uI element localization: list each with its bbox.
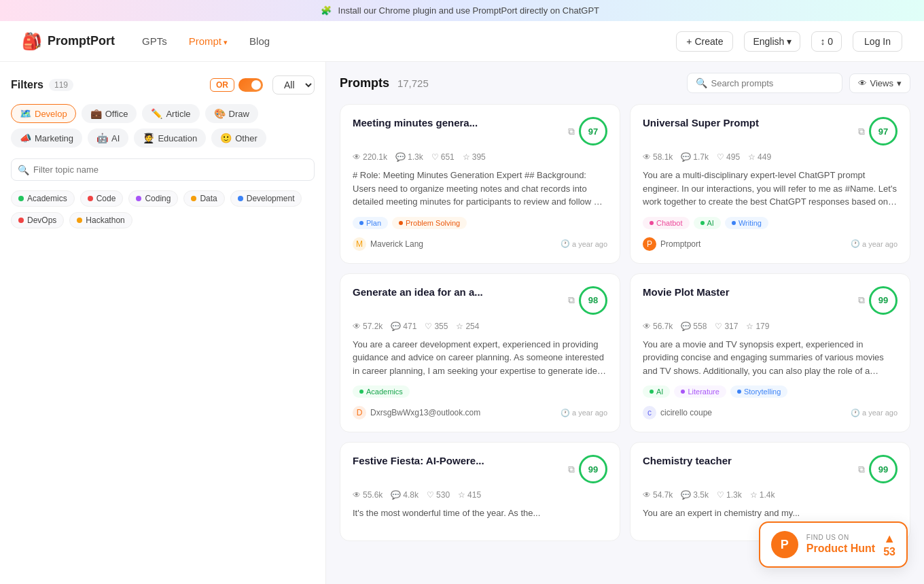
header-right: + Create English ▾ ↕ 0 Log In xyxy=(676,31,902,52)
topic-tag-data[interactable]: Data xyxy=(183,190,224,207)
filters-header: Filters 119 OR All xyxy=(11,75,315,95)
category-pill-marketing[interactable]: 📣 Marketing xyxy=(11,128,82,148)
prompt-card-1[interactable]: Meeting minutes genera... ⧉ 97 👁220.1k 💬… xyxy=(340,104,620,264)
all-select[interactable]: All xyxy=(272,75,315,95)
card-tag-ai[interactable]: AI xyxy=(694,217,721,229)
category-pill-other[interactable]: 🙂 Other xyxy=(211,128,266,148)
card-footer-3: D DxrsgBwWxg13@outlook.com 🕐 a year ago xyxy=(353,406,607,419)
search-icon: 🔍 xyxy=(696,78,707,88)
card-top-3: Generate an idea for an a... ⧉ 98 xyxy=(353,286,607,315)
topic-tag-code[interactable]: Code xyxy=(80,190,124,207)
ph-name: Product Hunt xyxy=(806,542,875,556)
category-pill-office[interactable]: 💼 Office xyxy=(82,104,137,123)
score-badge-5: 99 xyxy=(579,455,607,483)
category-pill-education[interactable]: 🧑‍🎓 Education xyxy=(134,128,206,148)
banner-text: Install our Chrome plugin and use Prompt… xyxy=(338,5,599,16)
views-stat-1: 👁220.1k xyxy=(353,152,387,162)
logo[interactable]: 🎒 PromptPort xyxy=(22,32,115,51)
data-dot xyxy=(191,196,196,201)
prompt-card-5[interactable]: Festive Fiesta: AI-Powere... ⧉ 99 👁55.6k… xyxy=(340,442,620,541)
topic-tag-coding[interactable]: Coding xyxy=(128,190,178,207)
comments-stat-4: 💬558 xyxy=(681,322,707,331)
author-avatar-4: c xyxy=(643,406,656,419)
stars-stat-4: ☆179 xyxy=(746,322,769,331)
nav-blog[interactable]: Blog xyxy=(249,33,270,50)
banner-icon: 🧩 xyxy=(321,5,332,16)
card-tag-academics-3[interactable]: Academics xyxy=(353,385,410,398)
card-footer-2: P Promptport 🕐 a year ago xyxy=(643,237,898,251)
nav-gpts[interactable]: GPTs xyxy=(142,33,167,50)
topic-tags: Academics Code Coding Data Development D… xyxy=(11,190,315,228)
copy-icon-4[interactable]: ⧉ xyxy=(858,294,865,306)
or-toggle: OR All xyxy=(210,75,315,95)
card-title-2: Universal Super Prompt xyxy=(643,117,858,128)
card-tag-storytelling[interactable]: Storytelling xyxy=(730,385,787,398)
card-time-1: 🕐 a year ago xyxy=(561,239,607,248)
ph-score: ▲ 53 xyxy=(883,532,895,558)
notifications-button[interactable]: ↕ 0 xyxy=(811,31,842,52)
or-toggle-switch[interactable] xyxy=(238,78,263,92)
code-dot xyxy=(88,196,93,201)
prompt-card-3[interactable]: Generate an idea for an a... ⧉ 98 👁57.2k… xyxy=(340,273,620,433)
score-badge-6: 99 xyxy=(869,455,898,483)
devops-dot xyxy=(18,218,24,223)
top-banner: 🧩 Install our Chrome plugin and use Prom… xyxy=(0,0,924,21)
card-tag-literature[interactable]: Literature xyxy=(674,385,726,398)
card-tag-problem-solving[interactable]: Problem Solving xyxy=(392,217,467,229)
topic-filter-input[interactable] xyxy=(11,158,315,181)
score-badge-4: 99 xyxy=(869,286,898,315)
lang-arrow-icon: ▾ xyxy=(787,36,792,47)
language-selector[interactable]: English ▾ xyxy=(744,31,800,52)
card-tag-plan[interactable]: Plan xyxy=(353,217,388,229)
topic-tag-development[interactable]: Development xyxy=(230,190,302,207)
card-top-6: Chemistry teacher ⧉ 99 xyxy=(643,455,898,483)
copy-icon-5[interactable]: ⧉ xyxy=(568,464,575,475)
login-button[interactable]: Log In xyxy=(853,31,902,52)
prompts-title-group: Prompts 17,725 xyxy=(340,76,429,90)
likes-stat-5: ♡530 xyxy=(427,490,450,500)
category-pill-article[interactable]: ✏️ Article xyxy=(142,104,199,123)
views-button[interactable]: 👁 Views ▾ xyxy=(849,73,910,93)
card-tag-writing[interactable]: Writing xyxy=(725,217,768,229)
create-button[interactable]: + Create xyxy=(676,31,733,52)
card-stats-3: 👁57.2k 💬471 ♡355 ☆254 xyxy=(353,322,607,331)
card-body-4: You are a movie and TV synopsis expert, … xyxy=(643,338,898,378)
topic-tag-hackathon[interactable]: Hackathon xyxy=(69,212,132,228)
card-tags-4: AI Literature Storytelling xyxy=(643,385,898,398)
card-icons-5: ⧉ 99 xyxy=(568,455,607,483)
card-stats-1: 👁220.1k 💬1.3k ♡651 ☆395 xyxy=(353,152,607,162)
hackathon-dot xyxy=(77,218,82,223)
copy-icon-2[interactable]: ⧉ xyxy=(858,126,865,137)
prompts-count: 17,725 xyxy=(397,78,429,89)
filters-title: Filters xyxy=(11,79,43,91)
card-tag-ai-4[interactable]: AI xyxy=(643,385,670,398)
copy-icon-3[interactable]: ⧉ xyxy=(568,294,575,306)
topic-tag-devops[interactable]: DevOps xyxy=(11,212,64,228)
card-tag-chatbot[interactable]: Chatbot xyxy=(643,217,690,229)
product-hunt-banner[interactable]: P FIND US ON Product Hunt ▲ 53 xyxy=(759,521,908,568)
card-author-1: M Maverick Lang xyxy=(353,237,423,251)
likes-stat-6: ♡1.3k xyxy=(717,490,742,500)
card-top-1: Meeting minutes genera... ⧉ 97 xyxy=(353,117,607,145)
category-pill-draw[interactable]: 🎨 Draw xyxy=(205,104,258,123)
card-icons-6: ⧉ 99 xyxy=(858,455,898,483)
topic-tag-academics[interactable]: Academics xyxy=(11,190,75,207)
ph-arrow-icon: ▲ xyxy=(883,532,895,546)
prompt-card-2[interactable]: Universal Super Prompt ⧉ 97 👁58.1k 💬1.7k… xyxy=(630,104,910,264)
card-author-3: D DxrsgBwWxg13@outlook.com xyxy=(353,406,480,419)
card-title-1: Meeting minutes genera... xyxy=(353,117,568,128)
ph-score-value: 53 xyxy=(883,546,895,558)
copy-icon-1[interactable]: ⧉ xyxy=(568,126,575,137)
category-pill-ai[interactable]: 🤖 AI xyxy=(88,128,128,148)
search-input[interactable] xyxy=(711,78,834,88)
copy-icon-6[interactable]: ⧉ xyxy=(858,464,865,475)
card-body-5: It's the most wonderful time of the year… xyxy=(353,506,607,520)
ph-find-label: FIND US ON xyxy=(806,533,875,542)
card-time-4: 🕐 a year ago xyxy=(851,409,898,417)
prompt-card-4[interactable]: Movie Plot Master ⧉ 99 👁56.7k 💬558 ♡317 … xyxy=(630,273,910,433)
comments-stat-2: 💬1.7k xyxy=(681,152,709,162)
card-tags-3: Academics xyxy=(353,385,607,398)
category-pill-develop[interactable]: 🗺️ Develop xyxy=(11,104,76,123)
card-stats-4: 👁56.7k 💬558 ♡317 ☆179 xyxy=(643,322,898,331)
nav-prompt[interactable]: Prompt xyxy=(189,33,228,50)
